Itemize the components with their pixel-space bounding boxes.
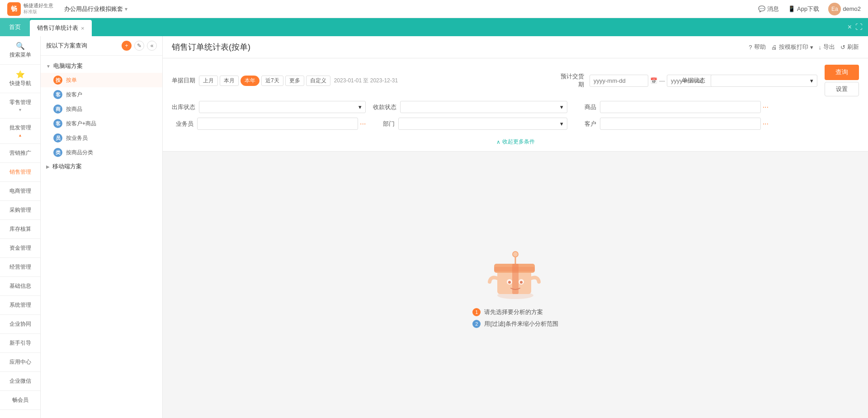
sidebar-item-enterprise[interactable]: 企业协同 [0,315,40,334]
goods-more-icon[interactable]: ··· [763,103,769,111]
sidebar-item-member[interactable]: 畅会员 [0,391,40,410]
salesperson-input[interactable] [197,118,358,130]
sidebar-item-finance[interactable]: 资金管理 [0,239,40,258]
sidebar-item-apps[interactable]: 应用中心 [0,353,40,372]
customer-input[interactable] [600,118,761,130]
sidebar-item-wholesale[interactable]: 批发管理 ▴ [0,119,40,144]
tab-close-window-button[interactable]: × [848,23,852,31]
search-icon: 🔍 [2,42,38,50]
sidebar-item-marketing[interactable]: 营销推广 [0,144,40,163]
delivery-date-area: 预计交货期 📅 — 📅 [555,72,673,89]
payment-status-arrow: ▾ [560,104,563,110]
tree-group-label-desktop: 电脑端方案 [53,62,83,70]
add-scheme-button[interactable]: + [122,41,132,51]
date-label: 单据日期 [172,76,199,85]
tab-sales-order[interactable]: 销售订单统计表 × [30,20,92,36]
help-button[interactable]: ? 帮助 [749,43,765,51]
system-label: 系统管理 [2,301,38,309]
print-button[interactable]: 🖨 按模板打印 ▾ [771,43,813,51]
message-button[interactable]: 💬 消息 [758,5,779,13]
tree-item-by-staff[interactable]: 员 按业务员 [41,131,162,145]
date-btn-last-7[interactable]: 近7天 [261,76,283,86]
empty-hints: 1 请先选择要分析的方案 2 用[过滤]条件来缩小分析范围 [472,308,558,328]
logo-text-area: 畅捷通好生意 标准版 [24,3,53,15]
sidebar-item-sales[interactable]: 销售管理 [0,163,40,182]
tree-item-by-order[interactable]: 按 按单 [41,73,162,87]
export-button[interactable]: ↓ 导出 [819,43,835,51]
operation-label: 经营管理 [2,263,38,271]
calendar-icon-start[interactable]: 📅 [650,77,657,84]
left-panel-title: 按以下方案查询 [46,42,119,50]
filter-row-2: 出库状态 ▾ 收款状态 ▾ 商品 [172,101,859,113]
sidebar-item-purchase[interactable]: 采购管理 [0,201,40,220]
payment-status-select[interactable]: ▾ [400,101,567,113]
tree-item-by-product[interactable]: 商 按商品 [41,102,162,116]
payment-status-label: 收款状态 [373,103,400,111]
app-download-button[interactable]: 📱 App下载 [788,5,819,13]
apps-label: 应用中心 [2,358,38,366]
department-select[interactable]: ▾ [398,118,567,130]
hint-item-1: 1 请先选择要分析的方案 [472,308,558,316]
refresh-button[interactable]: ↺ 刷新 [840,43,859,51]
tab-close-icon[interactable]: × [81,25,85,32]
breadcrumb[interactable]: 办公用品行业模拟账套 ▾ [64,5,127,13]
logo-area: 畅 畅捷通好生意 标准版 [7,2,53,16]
svg-point-8 [520,281,523,284]
tree-item-by-category[interactable]: 类 按商品分类 [41,145,162,160]
page-header: 销售订单统计表(按单) ? 帮助 🖨 按模板打印 ▾ ↓ 导出 [163,36,868,58]
tab-home[interactable]: 首页 [0,18,30,36]
tab-bar: 首页 销售订单统计表 × × ⛶ [0,18,868,36]
delivery-date-start-input[interactable] [590,75,648,87]
tab-actions: × ⛶ [842,18,868,36]
settings-button[interactable]: 设置 [825,82,859,96]
right-panel: 销售订单统计表(按单) ? 帮助 🖨 按模板打印 ▾ ↓ 导出 [163,36,868,418]
collapse-button[interactable]: ∧ 收起更多条件 [172,134,859,149]
retail-label: 零售管理 [2,99,38,106]
tree-item-by-customer[interactable]: 客 按客户 [41,87,162,102]
tree-group-mobile-header[interactable]: ▶ 移动端方案 [41,160,162,173]
sidebar-item-operation[interactable]: 经营管理 [0,258,40,277]
sidebar-item-basic[interactable]: 基础信息 [0,277,40,296]
wechat-label: 企业微信 [2,377,38,385]
status-area: 单据状态 ▾ [682,75,817,87]
top-bar-left: 畅 畅捷通好生意 标准版 办公用品行业模拟账套 ▾ [7,2,127,16]
date-btn-more[interactable]: 更多 [285,76,304,86]
date-buttons: 上月 本月 本年 近7天 更多 自定义 [199,76,330,86]
delivery-status-label: 出库状态 [172,103,199,111]
collapse-label: 收起更多条件 [502,138,535,146]
sidebar-item-shortcut[interactable]: ⭐ 快捷导航 [0,65,40,93]
date-btn-this-month[interactable]: 本月 [220,76,239,86]
tree-item-by-cust-prod[interactable]: 客 按客户+商品 [41,116,162,131]
sidebar-item-search[interactable]: 🔍 搜索菜单 [0,36,40,65]
collapse-panel-button[interactable]: « [147,41,157,51]
filter-row-3: 业务员 ··· 部门 ▾ 客户 ··· [172,118,859,130]
sidebar-item-ecommerce[interactable]: 电商管理 [0,182,40,201]
sidebar-item-wechat[interactable]: 企业微信 [0,372,40,391]
sidebar-item-retail[interactable]: 零售管理 ▾ [0,93,40,119]
goods-input[interactable] [600,101,761,113]
edit-scheme-button[interactable]: ✎ [134,41,144,51]
print-dropdown-icon: ▾ [810,44,813,51]
retail-arrow: ▾ [19,107,21,112]
department-label: 部门 [373,120,398,128]
collapse-icon: ∧ [496,139,500,145]
data-area: 1 请先选择要分析的方案 2 用[过滤]条件来缩小分析范围 [163,152,868,418]
sidebar-item-newbie[interactable]: 新手引导 [0,334,40,353]
salesperson-more-icon[interactable]: ··· [360,120,366,128]
tree-group-mobile: ▶ 移动端方案 [41,160,162,173]
app-download-label: App下载 [797,5,819,13]
tab-maximize-button[interactable]: ⛶ [855,23,863,31]
date-btn-custom[interactable]: 自定义 [306,76,330,86]
sidebar-item-inventory[interactable]: 库存核算 [0,220,40,239]
user-profile[interactable]: Ea demo2 [828,3,861,15]
status-select[interactable]: ▾ [711,75,817,87]
sidebar: 🔍 搜索菜单 ⭐ 快捷导航 零售管理 ▾ 批发管理 ▴ 营销推广 销售管理 电商… [0,36,41,418]
query-button[interactable]: 查询 [825,65,859,80]
date-btn-this-year[interactable]: 本年 [241,76,259,86]
tree-group-desktop-header[interactable]: ▼ 电脑端方案 [41,59,162,73]
by-cust-prod-icon: 客 [53,119,62,128]
date-btn-last-month[interactable]: 上月 [199,76,218,86]
customer-more-icon[interactable]: ··· [763,120,769,128]
sidebar-item-system[interactable]: 系统管理 [0,296,40,315]
delivery-status-select[interactable]: ▾ [199,101,366,113]
